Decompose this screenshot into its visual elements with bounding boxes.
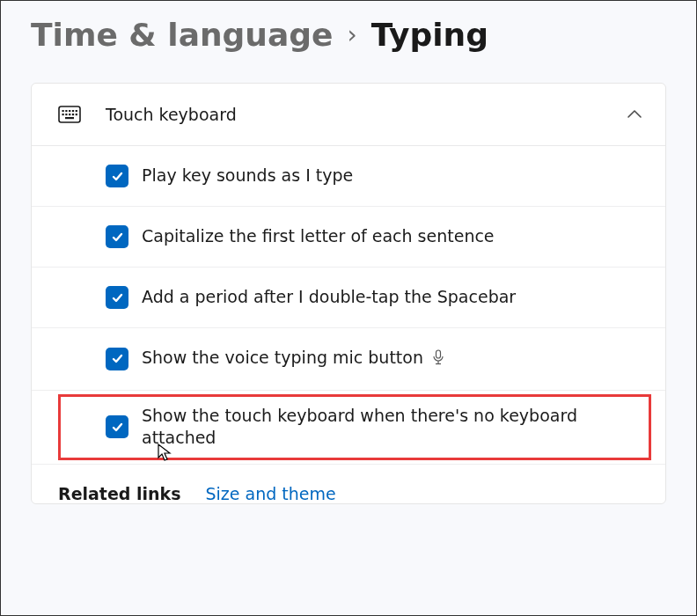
option-voice-mic[interactable]: Show the voice typing mic button (32, 328, 665, 391)
checkbox-add-period[interactable] (106, 286, 128, 309)
related-links-row: Related links Size and theme (32, 465, 665, 503)
svg-rect-4 (72, 110, 74, 112)
svg-rect-7 (65, 114, 67, 115)
related-links-heading: Related links (58, 484, 181, 503)
chevron-right-icon: › (347, 20, 356, 49)
option-capitalize-first-letter[interactable]: Capitalize the first letter of each sent… (32, 207, 665, 268)
svg-rect-12 (437, 350, 441, 358)
option-label: Play key sounds as I type (142, 165, 353, 187)
svg-rect-10 (76, 114, 77, 115)
option-label: Show the voice typing mic button (142, 347, 444, 371)
checkbox-voice-mic[interactable] (106, 348, 128, 370)
breadcrumb: Time & language › Typing (31, 17, 666, 53)
svg-rect-1 (62, 110, 64, 112)
option-label: Capitalize the first letter of each sent… (142, 225, 495, 248)
touch-keyboard-header[interactable]: Touch keyboard (32, 84, 665, 146)
option-label: Show the touch keyboard when there's no … (142, 405, 599, 450)
svg-rect-3 (69, 110, 70, 112)
option-add-period[interactable]: Add a period after I double-tap the Spac… (32, 268, 665, 328)
svg-rect-11 (65, 117, 74, 119)
section-title: Touch keyboard (106, 105, 627, 124)
checkbox-show-touch-keyboard[interactable] (106, 415, 128, 438)
touch-keyboard-card: Touch keyboard Play key sounds as I type… (31, 83, 666, 504)
size-and-theme-link[interactable]: Size and theme (206, 484, 336, 503)
checkbox-play-key-sounds[interactable] (106, 165, 128, 187)
option-label: Add a period after I double-tap the Spac… (142, 286, 516, 309)
page-title: Typing (371, 17, 488, 53)
settings-window: Time & language › Typing (0, 0, 697, 616)
svg-rect-6 (62, 114, 64, 115)
checkbox-capitalize[interactable] (106, 225, 128, 248)
breadcrumb-parent-link[interactable]: Time & language (31, 17, 333, 53)
svg-rect-8 (69, 114, 70, 115)
microphone-icon (432, 348, 444, 371)
svg-rect-5 (76, 110, 77, 112)
keyboard-icon (58, 106, 81, 123)
svg-rect-2 (65, 110, 67, 112)
option-play-key-sounds[interactable]: Play key sounds as I type (32, 146, 665, 207)
svg-rect-9 (72, 114, 74, 115)
option-show-touch-keyboard[interactable]: Show the touch keyboard when there's no … (32, 391, 665, 465)
chevron-up-icon (627, 106, 642, 123)
